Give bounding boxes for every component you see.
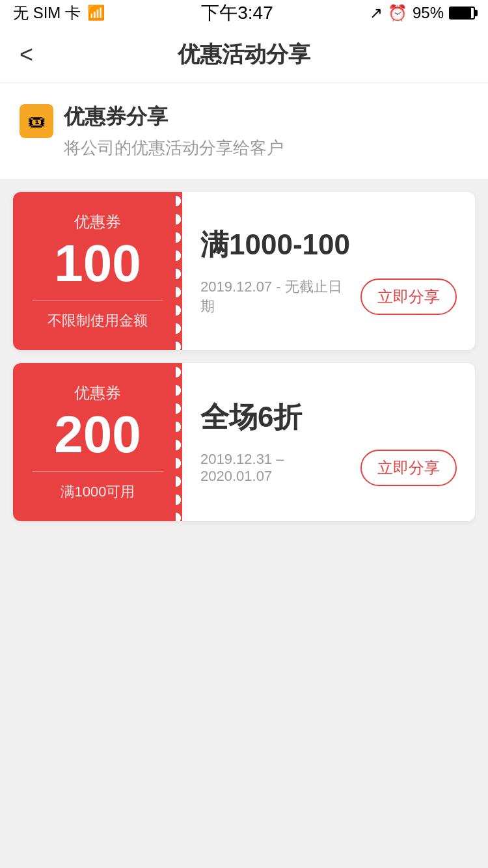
coupon-right-1: 满1000-100 2019.12.07 - 无截止日期 立即分享 <box>182 192 475 350</box>
coupon-date-1: 2019.12.07 - 无截止日期 <box>200 277 354 316</box>
alarm-icon: ⏰ <box>388 4 407 22</box>
coupon-bottom-2: 2019.12.31 – 2020.01.07 立即分享 <box>200 450 457 486</box>
location-icon: ↗ <box>370 4 383 22</box>
coupon-right-2: 全场6折 2019.12.31 – 2020.01.07 立即分享 <box>182 363 475 521</box>
coupon-condition-1: 不限制使用金额 <box>47 311 148 331</box>
status-right: ↗ ⏰ 95% <box>370 4 475 22</box>
wifi-icon: 📶 <box>87 5 105 21</box>
section-icon: 🎟 <box>20 104 53 138</box>
carrier-text: 无 SIM 卡 <box>13 3 81 23</box>
coupon-left-2: 优惠券 200 满1000可用 <box>13 363 182 521</box>
coupon-type-1: 优惠券 <box>74 211 121 232</box>
coupon-card-1: 优惠券 100 不限制使用金额 满1000-100 2019.12.07 - 无… <box>13 192 475 350</box>
battery-text: 95% <box>413 4 444 22</box>
section-subtitle: 将公司的优惠活动分享给客户 <box>64 137 284 159</box>
page-content: 🎟 优惠券分享 将公司的优惠活动分享给客户 优惠券 100 不限制使用金额 满1… <box>0 83 488 868</box>
coupon-type-2: 优惠券 <box>74 383 121 403</box>
status-bar: 无 SIM 卡 📶 下午3:47 ↗ ⏰ 95% <box>0 0 488 26</box>
status-time: 下午3:47 <box>201 1 273 25</box>
back-button[interactable]: < <box>20 41 33 68</box>
coupon-left-1: 优惠券 100 不限制使用金额 <box>13 192 182 350</box>
section-text: 优惠券分享 将公司的优惠活动分享给客户 <box>64 103 284 159</box>
coupon-card-2: 优惠券 200 满1000可用 全场6折 2019.12.31 – 2020.0… <box>13 363 475 521</box>
coupon-name-2: 全场6折 <box>200 398 457 437</box>
section-title: 优惠券分享 <box>64 103 284 131</box>
nav-bar: < 优惠活动分享 <box>0 26 488 83</box>
share-button-2[interactable]: 立即分享 <box>360 450 457 486</box>
coupon-amount-1: 100 <box>54 237 141 290</box>
coupon-bottom-1: 2019.12.07 - 无截止日期 立即分享 <box>200 277 457 316</box>
coupon-divider-2 <box>33 471 163 472</box>
coupon-condition-2: 满1000可用 <box>61 482 135 502</box>
coupon-list: 优惠券 100 不限制使用金额 满1000-100 2019.12.07 - 无… <box>0 192 488 534</box>
coupon-name-1: 满1000-100 <box>200 226 457 264</box>
coupon-amount-2: 200 <box>54 409 141 461</box>
battery-icon <box>449 7 475 20</box>
coupon-icon-emoji: 🎟 <box>27 111 46 132</box>
coupon-date-2: 2019.12.31 – 2020.01.07 <box>200 451 354 485</box>
section-header: 🎟 优惠券分享 将公司的优惠活动分享给客户 <box>0 83 488 179</box>
share-button-1[interactable]: 立即分享 <box>360 278 457 315</box>
page-title: 优惠活动分享 <box>178 40 310 70</box>
status-left: 无 SIM 卡 📶 <box>13 3 105 23</box>
coupon-divider-1 <box>33 300 163 301</box>
